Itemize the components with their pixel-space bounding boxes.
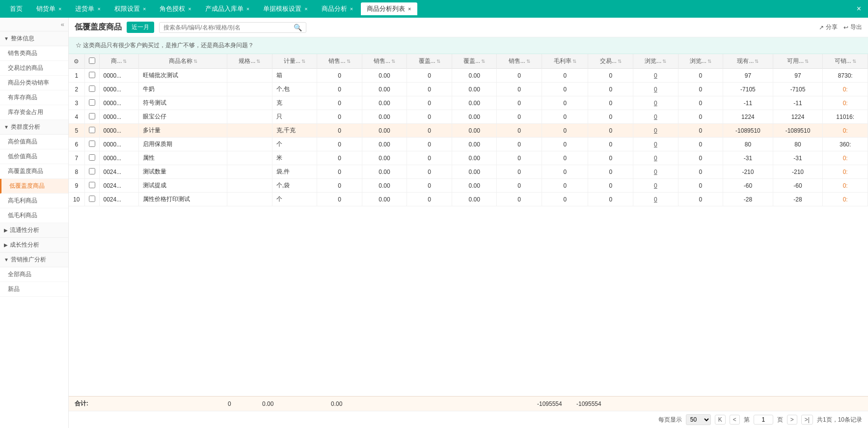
row-checkbox[interactable] <box>89 168 95 174</box>
row-checkbox-cell[interactable] <box>84 151 99 165</box>
close-icon[interactable]: × <box>188 6 191 12</box>
row-checkbox-cell[interactable] <box>84 69 99 83</box>
sidebar-item-new-goods[interactable]: 新品 <box>0 282 68 297</box>
sidebar-item-high-value[interactable]: 高价值商品 <box>0 135 68 149</box>
row-checkbox-cell[interactable] <box>84 83 99 96</box>
row-browse1[interactable]: 0 <box>633 179 678 193</box>
close-icon[interactable]: × <box>58 6 61 12</box>
row-checkbox[interactable] <box>89 127 95 133</box>
close-icon[interactable]: × <box>246 6 249 12</box>
share-button[interactable]: ↗ 分享 <box>819 23 838 31</box>
th-checkbox[interactable] <box>84 54 99 69</box>
prev-page-button[interactable]: < <box>730 415 740 425</box>
row-browse1[interactable]: 0 <box>633 110 678 124</box>
th-code[interactable]: 商...⇅ <box>99 54 139 69</box>
th-margin[interactable]: 毛利率⇅ <box>542 54 588 69</box>
th-settings[interactable]: ⚙ <box>69 54 84 69</box>
close-all-button[interactable]: × <box>854 3 864 14</box>
sidebar-section-overall[interactable]: ▼ 整体信息 <box>0 31 68 46</box>
sidebar-item-in-stock[interactable]: 有库存商品 <box>0 90 68 105</box>
sidebar-section-marketing[interactable]: ▼ 营销推广分析 <box>0 253 68 267</box>
nav-tab-permissions[interactable]: 权限设置 × <box>108 2 152 15</box>
th-coverage2[interactable]: 覆盖...⇅ <box>452 54 497 69</box>
row-browse1[interactable]: 0 <box>633 69 678 83</box>
close-icon[interactable]: × <box>304 6 307 12</box>
sidebar-item-all-goods[interactable]: 全部商品 <box>0 267 68 282</box>
close-icon[interactable]: × <box>97 6 100 12</box>
th-trade[interactable]: 交易...⇅ <box>588 54 633 69</box>
row-checkbox-cell[interactable] <box>84 96 99 110</box>
row-checkbox[interactable] <box>89 113 95 119</box>
th-sales3[interactable]: 销售...⇅ <box>497 54 542 69</box>
row-checkbox-cell[interactable] <box>84 124 99 138</box>
row-browse1[interactable]: 0 <box>633 165 678 179</box>
row-checkbox-cell[interactable] <box>84 193 99 206</box>
table-area[interactable]: ⚙ 商...⇅ 商品名称⇅ 规格...⇅ 计量...⇅ 销售...⇅ 销售...… <box>69 54 868 396</box>
th-sales-qty[interactable]: 销售...⇅ <box>317 54 362 69</box>
row-checkbox[interactable] <box>89 182 95 188</box>
row-checkbox-cell[interactable] <box>84 138 99 151</box>
sidebar-item-high-coverage[interactable]: 高覆盖度商品 <box>0 164 68 179</box>
row-checkbox[interactable] <box>89 154 95 161</box>
sidebar-section-cluster[interactable]: ▼ 类群度分析 <box>0 120 68 135</box>
period-button[interactable]: 近一月 <box>127 22 154 33</box>
export-button[interactable]: ↩ 导出 <box>843 23 862 31</box>
th-saleable[interactable]: 可销...⇅ <box>823 54 868 69</box>
row-browse1[interactable]: 0 <box>633 124 678 138</box>
nav-tab-warehouse[interactable]: 产成品入库单 × <box>199 2 255 15</box>
th-sales-amt[interactable]: 销售...⇅ <box>362 54 407 69</box>
search-input[interactable] <box>163 24 294 31</box>
search-icon[interactable]: 🔍 <box>294 24 302 31</box>
row-checkbox[interactable] <box>89 141 95 147</box>
last-page-button[interactable]: >| <box>801 415 813 425</box>
th-available[interactable]: 可用...⇅ <box>773 54 823 69</box>
th-unit[interactable]: 计量...⇅ <box>272 54 317 69</box>
nav-tab-template[interactable]: 单据模板设置 × <box>257 2 313 15</box>
th-spec[interactable]: 规格...⇅ <box>227 54 272 69</box>
sidebar-collapse-btn[interactable]: « <box>0 18 68 31</box>
sidebar-item-sales-goods[interactable]: 销售类商品 <box>0 46 68 61</box>
page-number-input[interactable] <box>754 415 773 425</box>
sidebar-item-low-margin[interactable]: 低毛利商品 <box>0 208 68 223</box>
sidebar-item-category-rate[interactable]: 商品分类动销率 <box>0 76 68 90</box>
sidebar-item-low-coverage[interactable]: 低覆盖度商品 <box>0 179 68 194</box>
th-browse2[interactable]: 浏览...⇅ <box>678 54 723 69</box>
th-name[interactable]: 商品名称⇅ <box>139 54 227 69</box>
sidebar-section-flow[interactable]: ▶ 流通性分析 <box>0 223 68 238</box>
nav-tab-sales[interactable]: 销货单 × <box>30 2 67 15</box>
first-page-button[interactable]: K <box>715 415 726 425</box>
nav-tab-home[interactable]: 首页 <box>4 2 28 15</box>
select-all-checkbox[interactable] <box>89 57 95 64</box>
sidebar-section-growth[interactable]: ▶ 成长性分析 <box>0 238 68 253</box>
th-coverage1[interactable]: 覆盖...⇅ <box>407 54 452 69</box>
row-checkbox[interactable] <box>89 72 95 78</box>
nav-tab-purchase[interactable]: 进货单 × <box>69 2 106 15</box>
per-page-select[interactable]: 50 10 20 100 <box>686 414 711 425</box>
row-browse1[interactable]: 0 <box>633 83 678 96</box>
th-current[interactable]: 现有...⇅ <box>723 54 773 69</box>
close-icon[interactable]: × <box>350 6 353 12</box>
row-browse1[interactable]: 0 <box>633 138 678 151</box>
row-available: -28 <box>773 193 823 206</box>
row-checkbox-cell[interactable] <box>84 165 99 179</box>
row-checkbox[interactable] <box>89 196 95 202</box>
row-checkbox[interactable] <box>89 99 95 106</box>
row-browse1[interactable]: 0 <box>633 151 678 165</box>
row-sales3: 0 <box>497 179 542 193</box>
nav-tab-analysis[interactable]: 商品分析 × <box>316 2 359 15</box>
sidebar-item-stock-capital[interactable]: 库存资金占用 <box>0 105 68 120</box>
sidebar-item-low-value[interactable]: 低价值商品 <box>0 149 68 164</box>
row-browse1[interactable]: 0 <box>633 96 678 110</box>
next-page-button[interactable]: > <box>787 415 797 425</box>
row-checkbox-cell[interactable] <box>84 110 99 124</box>
nav-tab-roles[interactable]: 角色授权 × <box>154 2 197 15</box>
row-checkbox[interactable] <box>89 86 95 92</box>
close-icon[interactable]: × <box>408 6 411 12</box>
row-checkbox-cell[interactable] <box>84 179 99 193</box>
sidebar-item-high-margin[interactable]: 高毛利商品 <box>0 194 68 208</box>
nav-tab-analysis-list[interactable]: 商品分析列表 × <box>361 2 417 15</box>
row-browse1[interactable]: 0 <box>633 193 678 206</box>
close-icon[interactable]: × <box>143 6 146 12</box>
sidebar-item-traded-goods[interactable]: 交易过的商品 <box>0 61 68 76</box>
th-browse1[interactable]: 浏览...⇅ <box>633 54 678 69</box>
